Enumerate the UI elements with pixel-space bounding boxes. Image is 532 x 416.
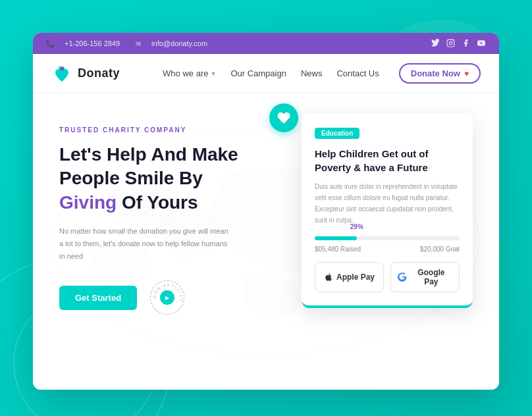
progress-label: 29% — [350, 223, 363, 230]
progress-meta: $05,480 Raised $20,000 Goal — [315, 246, 460, 253]
nav-links: Who we are ▼ Our Campaign News Contact U… — [163, 63, 481, 84]
progress-bar-bg: 29% — [315, 236, 460, 240]
goal-amount: $20,000 Goal — [420, 246, 460, 253]
main-content: TRUSTED CHARITY COMPANY Let's Help And M… — [33, 93, 499, 390]
card-description: Duis aute irure dolor in reprehenderit i… — [315, 181, 460, 226]
heart-icon: ♥ — [464, 69, 469, 78]
nav-contact-us[interactable]: Contact Us — [336, 68, 379, 78]
instagram-icon[interactable] — [446, 39, 455, 49]
get-started-button[interactable]: Get Started — [59, 286, 137, 310]
youtube-icon[interactable] — [477, 39, 486, 49]
google-pay-button[interactable]: Google Pay — [390, 262, 460, 292]
hero-subtitle: No matter how small the donation you giv… — [59, 225, 230, 262]
twitter-icon[interactable] — [431, 39, 440, 49]
hero-actions: Get Started ▶ OUR ACTIVITY — [59, 280, 257, 315]
svg-text:OUR ACTIVITY: OUR ACTIVITY — [153, 283, 183, 303]
google-icon — [398, 273, 407, 282]
progress-bar-fill: 29% — [315, 236, 357, 240]
svg-point-1 — [449, 41, 452, 44]
apple-icon — [324, 273, 333, 282]
nav-news[interactable]: News — [301, 68, 323, 78]
play-button[interactable]: ▶ OUR ACTIVITY — [150, 280, 184, 315]
browser-window: 📞 +1-206-156 2849 ✉ info@donaty.com — [33, 33, 499, 390]
nav-who-we-are[interactable]: Who we are ▼ — [163, 68, 216, 78]
email-address: info@donaty.com — [151, 39, 207, 47]
hero-section: TRUSTED CHARITY COMPANY Let's Help And M… — [59, 126, 257, 315]
topbar-contact: 📞 +1-206-156 2849 ✉ info@donaty.com — [46, 39, 207, 47]
card-category-tag: Education — [315, 128, 359, 139]
topbar: 📞 +1-206-156 2849 ✉ info@donaty.com — [33, 33, 499, 54]
progress-bar: 29% — [315, 236, 460, 240]
email-icon: ✉ — [136, 40, 141, 47]
floating-heart-icon — [269, 103, 298, 132]
logo-icon — [51, 63, 72, 84]
logo: Donaty — [51, 63, 120, 84]
phone-icon: 📞 — [46, 40, 54, 47]
topbar-social — [431, 39, 486, 49]
navbar: Donaty Who we are ▼ Our Campaign News Co… — [33, 54, 499, 93]
donate-now-button[interactable]: Donate Now ♥ — [399, 63, 481, 84]
card-title: Help Children Get out of Poverty & have … — [315, 147, 460, 174]
hero-tag: TRUSTED CHARITY COMPANY — [59, 126, 257, 134]
chevron-down-icon: ▼ — [210, 70, 216, 77]
svg-rect-0 — [447, 39, 454, 47]
campaign-card: Education Help Children Get out of Pover… — [302, 113, 473, 308]
hero-title: Let's Help And Make People Smile By Givi… — [59, 143, 257, 215]
svg-point-2 — [452, 40, 453, 41]
apple-pay-button[interactable]: Apple Pay — [315, 262, 384, 292]
phone-number: +1-206-156 2849 — [65, 39, 120, 47]
nav-our-campaign[interactable]: Our Campaign — [230, 68, 286, 78]
facebook-icon[interactable] — [462, 39, 470, 49]
raised-amount: $05,480 Raised — [315, 246, 361, 253]
brand-name: Donaty — [78, 66, 120, 80]
svg-point-6 — [59, 66, 61, 69]
payment-buttons: Apple Pay Google Pay — [315, 262, 460, 292]
